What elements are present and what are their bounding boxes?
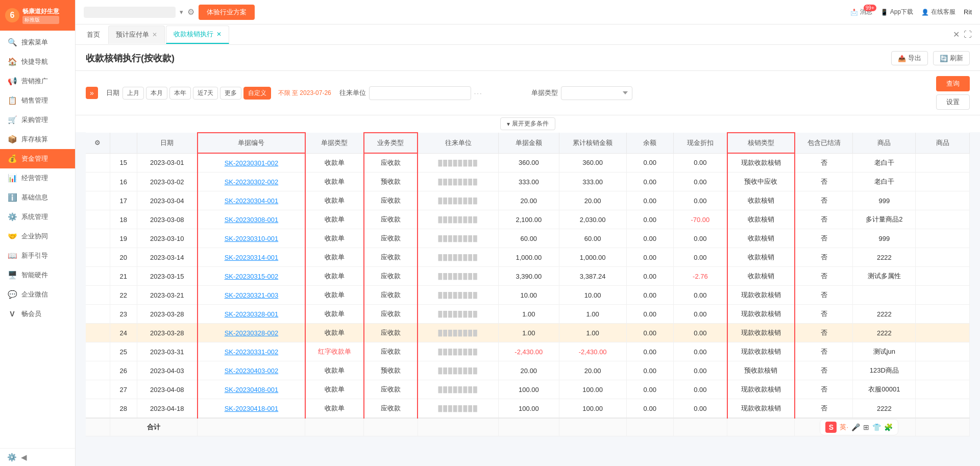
table-cell: 60.00: [498, 229, 559, 248]
filter-toggle-button[interactable]: »: [86, 87, 98, 99]
table-cell: 360.00: [559, 153, 626, 173]
table-cell[interactable]: SK-20230328-002: [198, 324, 305, 342]
sidebar-item-wechat[interactable]: 💬 企业微信: [0, 285, 75, 304]
operations-icon: 📊: [7, 174, 17, 183]
col-header-amount[interactable]: 单据金额: [498, 133, 559, 153]
date-btn-custom[interactable]: 自定义: [243, 87, 271, 100]
refresh-button[interactable]: 🔄 刷新: [933, 51, 970, 65]
date-btn-last-month[interactable]: 上月: [122, 87, 144, 100]
sidebar-item-quicknav[interactable]: 🏠 快捷导航: [0, 52, 75, 71]
sidebar-item-system[interactable]: ⚙️ 系统管理: [0, 207, 75, 227]
topbar-search-input[interactable]: [84, 7, 176, 18]
sidebar-item-inventory[interactable]: 📦 库存核算: [0, 130, 75, 149]
table-cell[interactable]: SK-20230315-002: [198, 267, 305, 286]
table-cell[interactable]: SK-20230304-001: [198, 191, 305, 210]
sidebar-item-guide[interactable]: 📖 新手引导: [0, 246, 75, 265]
table-cell: 1.00: [559, 324, 626, 342]
col-header-includesettled[interactable]: 包含已结清: [795, 133, 853, 153]
table-cell[interactable]: SK-20230418-001: [198, 399, 305, 419]
export-button[interactable]: 📤 导出: [891, 51, 928, 65]
col-header-docno[interactable]: 单据编号: [198, 133, 305, 153]
table-cell: 应收款: [364, 286, 418, 305]
date-filter-label: 日期: [106, 88, 119, 97]
table-cell: 28: [110, 399, 137, 419]
solution-button[interactable]: 体验行业方案: [199, 5, 255, 20]
table-cell: 20.00: [559, 361, 626, 380]
table-cell: [916, 342, 970, 361]
footer-docno: [198, 418, 305, 436]
col-header-date[interactable]: 日期: [137, 133, 198, 153]
marketing-icon: 📢: [7, 77, 17, 86]
sidebar-item-finance[interactable]: 💰 资金管理: [0, 149, 75, 168]
col-header-gear[interactable]: ⚙: [86, 133, 110, 153]
table-cell[interactable]: SK-20230403-002: [198, 361, 305, 380]
dropdown-arrow-icon[interactable]: ▾: [180, 8, 183, 16]
expand-filters-button[interactable]: ▾ 展开更多条件: [500, 117, 555, 130]
tab-collection-close-icon[interactable]: ✕: [216, 31, 222, 38]
tab-prepay[interactable]: 预计应付单 ✕: [108, 26, 165, 44]
table-header-row: ⚙ 日期 单据编号 单据类型 业务类型 往来单位 单据金额 累计核销金额 余额 …: [86, 133, 970, 153]
col-header-biztype[interactable]: 业务类型: [364, 133, 418, 153]
col-header-canceltype[interactable]: 核销类型: [727, 133, 795, 153]
receipt-type-select[interactable]: [561, 86, 632, 100]
tab-prepay-close-icon[interactable]: ✕: [152, 31, 157, 38]
table-cell: 3,390.00: [498, 267, 559, 286]
sidebar-item-operations[interactable]: 📊 经营管理: [0, 168, 75, 188]
partner-input[interactable]: [369, 86, 471, 100]
online-service-button[interactable]: 👤 在线客服: [921, 8, 955, 16]
date-btn-this-year[interactable]: 本年: [169, 87, 191, 100]
table-cell: 0.00: [626, 229, 673, 248]
table-cell[interactable]: SK-20230328-001: [198, 305, 305, 324]
sidebar-item-label: 销售管理: [21, 96, 48, 105]
sidebar-item-member[interactable]: V 畅会员: [0, 304, 75, 324]
tab-collection[interactable]: 收款核销执行 ✕: [166, 26, 229, 44]
sidebar-item-purchase[interactable]: 🛒 采购管理: [0, 110, 75, 130]
sidebar-item-marketing[interactable]: 📢 营销推广: [0, 71, 75, 91]
sidebar-item-hardware[interactable]: 🖥️ 智能硬件: [0, 265, 75, 285]
col-header-cashdiscount[interactable]: 现金折扣: [673, 133, 727, 153]
settings-icon[interactable]: ⚙️: [7, 453, 17, 462]
sidebar-item-basic[interactable]: ℹ️ 基础信息: [0, 188, 75, 207]
table-cell[interactable]: SK-20230302-002: [198, 173, 305, 191]
table-row: 232023-03-28SK-20230328-001收款单应收款███████…: [86, 305, 970, 324]
sidebar-item-collab[interactable]: 🤝 企业协同: [0, 227, 75, 246]
topbar-gear-icon[interactable]: ⚙: [187, 7, 194, 17]
sidebar-item-search[interactable]: 🔍 搜索菜单: [0, 33, 75, 52]
table-cell[interactable]: SK-20230321-003: [198, 286, 305, 305]
inventory-icon: 📦: [7, 135, 17, 144]
tab-close-action-icon[interactable]: ✕: [953, 30, 960, 39]
table-cell: 0.00: [626, 361, 673, 380]
tab-home[interactable]: 首页: [80, 26, 107, 44]
table-cell: 测试jun: [853, 342, 916, 361]
date-btn-7days[interactable]: 近7天: [193, 87, 218, 100]
table-cell: 0.00: [626, 191, 673, 210]
setting-button[interactable]: 设置: [936, 94, 970, 110]
message-button[interactable]: 📩 消息 99+: [850, 8, 872, 16]
app-download-button[interactable]: 📱 App下载: [880, 8, 913, 16]
col-header-partner[interactable]: 往来单位: [418, 133, 498, 153]
partner-dots-icon[interactable]: ···: [474, 89, 483, 97]
table-cell[interactable]: SK-20230301-002: [198, 153, 305, 173]
table-cell[interactable]: SK-20230314-001: [198, 248, 305, 267]
collapse-icon[interactable]: ◀: [21, 453, 27, 462]
table-cell: 应收款: [364, 210, 418, 229]
col-header-doctype[interactable]: 单据类型: [305, 133, 364, 153]
col-header-goods1[interactable]: 商品: [853, 133, 916, 153]
table-row: 182023-03-08SK-20230308-001收款单应收款███████…: [86, 210, 970, 229]
col-header-balance[interactable]: 余额: [626, 133, 673, 153]
date-btn-this-month[interactable]: 本月: [146, 87, 167, 100]
date-btn-more[interactable]: 更多: [220, 87, 241, 100]
table-cell[interactable]: SK-20230310-001: [198, 229, 305, 248]
col-header-goods2[interactable]: 商品: [916, 133, 970, 153]
sidebar-item-label: 企业协同: [21, 232, 48, 241]
col-header-cumcancel[interactable]: 累计核销金额: [559, 133, 626, 153]
table-cell: 22: [110, 286, 137, 305]
sidebar-item-sales[interactable]: 📋 销售管理: [0, 91, 75, 110]
table-cell[interactable]: SK-20230308-001: [198, 210, 305, 229]
tab-maximize-icon[interactable]: ⛶: [964, 30, 972, 39]
table-cell: 收款单: [305, 153, 364, 173]
table-cell[interactable]: SK-20230331-002: [198, 342, 305, 361]
table-cell[interactable]: SK-20230408-001: [198, 380, 305, 399]
query-button[interactable]: 查询: [936, 76, 970, 91]
topbar-right: 📩 消息 99+ 📱 App下载 👤 在线客服 Rit: [850, 8, 972, 16]
